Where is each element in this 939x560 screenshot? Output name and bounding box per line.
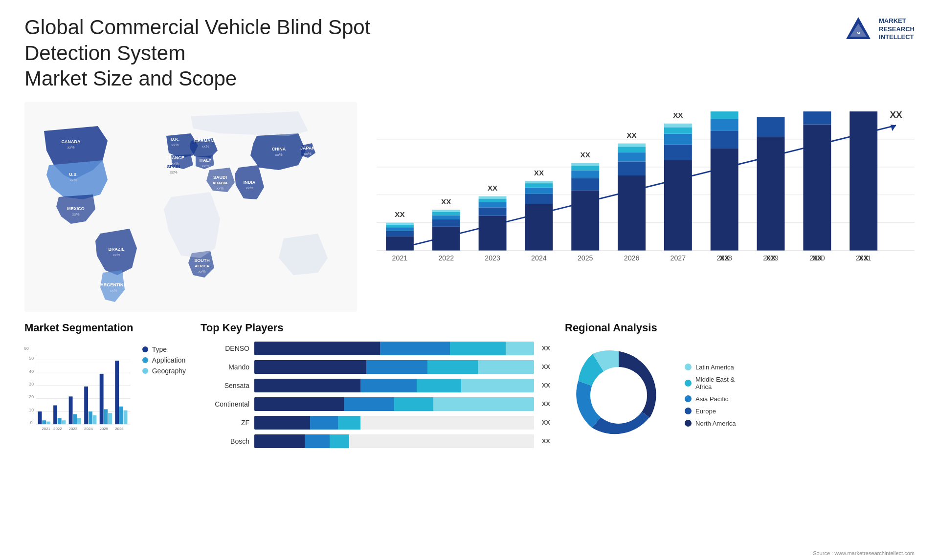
svg-text:U.K.: U.K. xyxy=(171,137,179,142)
player-name-sensata: Sensata xyxy=(201,382,249,389)
svg-rect-100 xyxy=(803,111,831,125)
player-bar-denso xyxy=(254,342,534,355)
svg-text:2027: 2027 xyxy=(671,254,686,262)
bar-chart-wrapper: XX 2021 XX 2022 XX xyxy=(377,107,915,297)
svg-rect-85 xyxy=(664,144,692,160)
svg-rect-81 xyxy=(618,143,646,147)
segmentation-legend: Type Application Geography xyxy=(142,345,186,375)
player-value-sensata: XX xyxy=(542,382,550,389)
svg-text:xx%: xx% xyxy=(110,288,117,293)
svg-rect-145 xyxy=(124,410,128,424)
regional-legend-north-america: North America xyxy=(685,420,736,427)
svg-text:XX: XX xyxy=(581,150,590,158)
svg-rect-65 xyxy=(525,187,553,194)
player-bar-zf xyxy=(254,416,534,430)
svg-rect-96 xyxy=(757,137,785,250)
player-value-bosch: XX xyxy=(542,437,550,445)
svg-rect-136 xyxy=(89,411,92,424)
svg-text:xx%: xx% xyxy=(69,178,77,182)
svg-text:FRANCE: FRANCE xyxy=(166,155,184,160)
svg-text:xx%: xx% xyxy=(201,164,209,168)
svg-text:ARABIA: ARABIA xyxy=(212,181,227,185)
player-bar-mando xyxy=(254,360,534,374)
world-map: CANADA xx% U.S. xx% MEXICO xx% BRAZIL xx… xyxy=(24,102,357,312)
svg-rect-102 xyxy=(850,111,877,250)
svg-rect-78 xyxy=(618,161,646,175)
svg-text:xx%: xx% xyxy=(67,145,74,150)
svg-rect-144 xyxy=(119,406,123,424)
svg-rect-50 xyxy=(432,219,460,226)
svg-text:0: 0 xyxy=(30,420,33,425)
segmentation-section: Market Segmentation 0 10 20 30 40 50 60 xyxy=(24,322,186,449)
svg-rect-128 xyxy=(58,418,62,424)
svg-text:xx%: xx% xyxy=(112,253,120,257)
svg-text:U.S.: U.S. xyxy=(69,172,78,177)
svg-text:40: 40 xyxy=(29,369,34,374)
player-row-denso: DENSO XX xyxy=(201,342,550,355)
svg-point-147 xyxy=(590,367,647,424)
legend-type: Type xyxy=(142,345,186,353)
svg-rect-45 xyxy=(386,224,414,227)
legend-application: Application xyxy=(142,356,186,364)
regional-legend: Latin America Middle East &Africa Asia P… xyxy=(685,364,736,427)
svg-text:AFRICA: AFRICA xyxy=(195,264,209,268)
svg-text:BRAZIL: BRAZIL xyxy=(109,247,125,252)
svg-rect-124 xyxy=(42,420,46,424)
svg-text:XX: XX xyxy=(441,197,451,205)
svg-rect-77 xyxy=(618,175,646,250)
svg-text:ARGENTINA: ARGENTINA xyxy=(100,282,127,287)
svg-text:SOUTH: SOUTH xyxy=(194,258,210,263)
player-name-bosch: Bosch xyxy=(201,437,249,445)
svg-rect-52 xyxy=(432,212,460,215)
player-bar-continental xyxy=(254,397,534,411)
svg-text:xx%: xx% xyxy=(304,151,311,156)
svg-rect-66 xyxy=(525,183,553,188)
svg-text:XX: XX xyxy=(859,254,869,262)
svg-rect-42 xyxy=(386,237,414,250)
svg-text:JAPAN: JAPAN xyxy=(300,146,315,151)
svg-rect-86 xyxy=(664,133,692,144)
svg-rect-132 xyxy=(73,414,77,424)
svg-rect-60 xyxy=(479,196,507,198)
svg-rect-59 xyxy=(479,198,507,202)
svg-rect-141 xyxy=(108,413,112,424)
svg-rect-79 xyxy=(618,152,646,161)
svg-marker-41 xyxy=(891,124,896,130)
svg-rect-133 xyxy=(77,418,81,424)
svg-text:M: M xyxy=(857,31,860,35)
svg-rect-127 xyxy=(53,405,57,424)
player-name-denso: DENSO xyxy=(201,345,249,352)
svg-rect-94 xyxy=(711,111,738,119)
svg-rect-80 xyxy=(618,147,646,152)
player-row-continental: Continental XX xyxy=(201,397,550,411)
svg-text:ITALY: ITALY xyxy=(200,158,212,163)
player-row-zf: ZF XX xyxy=(201,416,550,430)
segmentation-title: Market Segmentation xyxy=(24,322,186,334)
svg-text:SAUDI: SAUDI xyxy=(213,175,227,180)
bar-chart-svg: XX 2021 XX 2022 XX xyxy=(377,107,915,297)
svg-text:60: 60 xyxy=(24,345,29,350)
bar-chart-section: XX 2021 XX 2022 XX xyxy=(372,102,915,312)
svg-text:2023: 2023 xyxy=(485,254,500,262)
svg-rect-70 xyxy=(571,190,599,250)
player-row-bosch: Bosch XX xyxy=(201,434,550,448)
player-value-denso: XX xyxy=(542,345,550,352)
svg-text:MEXICO: MEXICO xyxy=(67,206,85,211)
svg-text:20: 20 xyxy=(29,394,34,399)
player-bar-sensata xyxy=(254,379,534,392)
segmentation-chart: 0 10 20 30 40 50 60 xyxy=(24,342,133,449)
regional-section: Regional Analysis xyxy=(565,322,915,449)
page-title: Global Commercial Vehicle Blind Spot Det… xyxy=(24,15,440,92)
regional-legend-asia-pacific: Asia Pacific xyxy=(685,395,736,403)
svg-text:XX: XX xyxy=(673,111,683,119)
logo-text: MARKET RESEARCH INTELLECT xyxy=(879,17,915,42)
svg-text:XX: XX xyxy=(488,184,497,192)
svg-text:GERMANY: GERMANY xyxy=(194,138,217,143)
svg-text:xx%: xx% xyxy=(275,152,282,157)
player-value-mando: XX xyxy=(542,363,550,370)
svg-rect-139 xyxy=(100,373,104,424)
svg-text:XX: XX xyxy=(766,254,776,262)
svg-rect-53 xyxy=(432,210,460,212)
svg-text:XX: XX xyxy=(812,254,822,262)
svg-rect-74 xyxy=(571,163,599,166)
